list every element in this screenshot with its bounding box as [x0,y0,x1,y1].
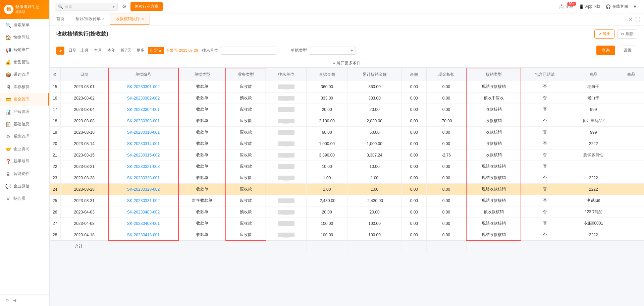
online-service-button[interactable]: 🎧 在线客服 [606,4,628,9]
cell-date: 2023-03-21 [60,161,108,172]
industry-solution-button[interactable]: 体验行业方案 [130,2,163,11]
guide-label: 新手引导 [13,159,30,164]
search-input[interactable] [64,4,111,9]
cell-verify-amount: 10.00 [347,161,401,172]
sidebar-item-marketing[interactable]: 📢营销推广 [0,44,49,56]
cell-no: 26 [50,206,60,218]
last-month-btn[interactable]: 上月 [78,47,91,54]
sidebar-item-operation[interactable]: 📊经营管理 [0,106,49,118]
cell-cash-discount: 0.00 [426,184,466,195]
refresh-button[interactable]: ↻ 刷新 [617,29,637,39]
bill-no-link[interactable]: SK-20230321-003 [127,164,160,169]
this-year-btn[interactable]: 本年 [105,47,117,54]
sidebar-item-sales[interactable]: 💰销售管理 [0,56,49,68]
footer-biz-type [226,241,266,252]
sidebar-item-guide[interactable]: ❓新手引导 [0,155,49,168]
sidebar-item-search[interactable]: 🔍搜索菜单 [0,19,49,31]
expand-conditions-button[interactable]: ▾ 展开更多条件 [333,60,361,66]
bill-no-link[interactable]: SK-20230304-001 [127,107,160,112]
col-header-include-settled: 包含已结清 [521,68,568,81]
cell-settled: 否 [521,149,568,161]
sidebar-item-wechat[interactable]: 💬企业微信 [0,180,49,192]
bill-type-select[interactable] [309,47,356,55]
cell-balance: 0.00 [401,218,426,229]
cell-cash-discount: 0.00 [426,138,466,149]
table-row: 17 2023-03-04 SK-20230304-001 收款单 应收款 ██… [50,104,644,115]
cell-bill-no: SK-20230302-002 [108,93,178,104]
cell-date: 2023-03-02 [60,93,108,104]
cell-product2 [619,229,644,241]
bill-no-link[interactable]: SK-20230310-001 [127,130,160,135]
bill-no-link[interactable]: SK-20230403-002 [127,210,160,215]
filter-toggle-button[interactable]: ≫ [56,47,64,55]
cell-bill-amount: 3,390.00 [306,149,347,161]
query-button[interactable]: 查询 [596,46,615,55]
export-button[interactable]: ↗ 导出 [594,29,614,39]
sidebar-item-basic[interactable]: 📋基础信息 [0,118,49,130]
bill-no-link[interactable]: SK-20230314-001 [127,141,160,146]
cell-biz-type: 应收款 [226,115,266,127]
bill-no-link[interactable]: SK-20230408-001 [127,221,160,226]
logo-icon: 畅 [4,5,13,14]
cell-balance: 0.00 [401,161,426,172]
footer-bill-no [108,241,178,252]
cell-bill-type: 收款单 [178,218,226,229]
cell-verify-type: 收款核销 [466,149,521,161]
bill-no-link[interactable]: SK-20230301-002 [127,84,160,89]
gear-icon[interactable]: ⚙ [122,3,126,10]
cell-balance: 0.00 [401,229,426,241]
tab-home[interactable]: 首页 [50,13,70,25]
user-account[interactable]: Rit [634,4,639,9]
tabs-actions: ✕ ⛶ [629,17,644,22]
system-label: 系统管理 [13,134,30,139]
sidebar-item-purchase[interactable]: 📦采购管理 [0,68,49,81]
cell-bill-no: SK-20230304-001 [108,104,178,115]
collapse-icon[interactable]: ◀ [13,298,16,303]
sidebar-item-quick-nav[interactable]: 🏠快捷导航 [0,31,49,44]
cell-biz-type: 应收款 [226,184,266,195]
table-row: 19 2023-03-10 SK-20230310-001 收款单 应收款 ██… [50,127,644,138]
last-7days-btn[interactable]: 近7天 [119,47,133,54]
tab-close-verify[interactable]: ✕ [141,17,144,21]
dropdown-icon[interactable]: ▾ [113,4,115,9]
sidebar-item-inventory[interactable]: 🗄库存核算 [0,81,49,93]
sidebar-item-finance[interactable]: 💳资金管理 [0,93,49,106]
sidebar-item-vip[interactable]: V畅会员 [0,192,49,205]
bill-no-link[interactable]: SK-20230328-001 [127,176,160,180]
partner-input[interactable] [220,47,276,55]
cell-product: 999 [568,104,619,115]
inventory-icon: 🗄 [5,84,11,90]
table-row: 22 2023-03-21 SK-20230321-003 收款单 应收款 ██… [50,161,644,172]
message-button[interactable]: 📩 消息 99+ [559,4,574,9]
close-tab-icon[interactable]: ✕ [629,17,633,22]
tab-close-receivable[interactable]: ✕ [102,17,105,21]
date-value: 不限 至 2023-07-26 [166,48,198,53]
setting-button[interactable]: 设置 [618,46,637,55]
sidebar-item-system[interactable]: ⚙系统管理 [0,130,49,143]
app-download-button[interactable]: 📱 App下载 [579,4,600,9]
col-header-product: 商品 [568,68,619,81]
bill-no-link[interactable]: SK-20230331-002 [127,198,160,203]
custom-date-btn[interactable]: 自定义 [148,47,164,54]
tab-verify[interactable]: 收款核销执行 ✕ [110,13,150,25]
cell-bill-amount: 333.00 [306,93,347,104]
settings-icon[interactable]: ⚙ [5,298,9,303]
bill-no-link[interactable]: SK-20230302-002 [127,96,160,101]
sidebar-item-cooperation[interactable]: 🤝企业协同 [0,143,49,155]
maximize-icon[interactable]: ⛶ [635,17,640,22]
cell-bill-type: 收款单 [178,104,226,115]
bill-no-link[interactable]: SK-20230328-002 [127,187,160,192]
bill-no-link[interactable]: SK-20230418-001 [127,233,160,237]
data-table: ⚙ 日期 单据编号 单据类型 业务类型 往来单位 单据金额 累计核销金额 余额 … [50,68,644,252]
search-icon: 🔍 [58,4,63,9]
sidebar-item-hardware[interactable]: 🖥智能硬件 [0,168,49,180]
table-row: 23 2023-03-28 SK-20230328-001 收款单 应收款 ██… [50,172,644,184]
more-date-btn[interactable]: 更多 [135,47,147,54]
this-month-btn[interactable]: 本月 [92,47,104,54]
col-header-settings[interactable]: ⚙ [50,68,60,81]
cell-date: 2023-03-08 [60,115,108,127]
cell-settled: 否 [521,229,568,241]
bill-no-link[interactable]: SK-20230308-001 [127,119,160,123]
tab-receivable[interactable]: 预计/应收付单 ✕ [70,13,110,25]
bill-no-link[interactable]: SK-20230315-002 [127,153,160,158]
